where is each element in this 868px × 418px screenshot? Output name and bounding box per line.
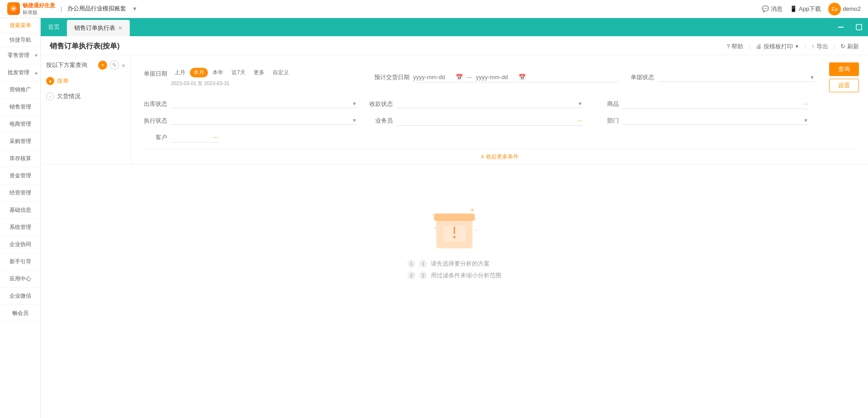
refresh-button[interactable]: ↻ 刷新 [840,43,859,51]
expected-date-start-input[interactable] [413,74,454,81]
date-start-calendar-icon[interactable]: 📅 [456,74,463,81]
sidebar-item-appstore[interactable]: 应用中心 [0,271,40,288]
sidebar-item-sales-label: 销售管理 [3,103,38,111]
sidebar-item-marketing-label: 营销推广 [3,86,38,94]
svg-rect-2 [856,24,862,30]
date-end-calendar-icon[interactable]: 📅 [519,74,526,81]
scheme-icon-按单: ● [46,77,54,85]
collapse-filter-button[interactable]: ∧ 收起更多条件 [140,149,859,164]
action-buttons: 查询 设置 [829,62,859,92]
print-button[interactable]: 🖨 按模板打印 ▼ [756,43,799,51]
expected-date-group: 预计交货日期 📅 — 📅 [374,72,618,82]
date-tab-current-year[interactable]: 本年 [209,68,227,77]
payment-status-select[interactable]: ▼ [396,100,582,108]
sidebar-search[interactable]: 搜索菜单 [0,18,40,33]
customer-label: 客户 [140,133,167,142]
sidebar-item-newbie[interactable]: 新手引导 [0,253,40,271]
sidebar-item-sales[interactable]: 销售管理 [0,99,40,116]
date-tab-current-month[interactable]: 本月 [190,68,208,77]
filter-row-1: 单据日期 上月 本月 本年 近7天 更多 自定义 [140,62,859,92]
filter-layout: 按以下方案查询 + ✎ « ● 按单 ○ [41,55,868,165]
logo-text: 畅捷通好生意 标准版 [23,2,55,16]
goods-input[interactable]: ··· [623,99,808,109]
sidebar-item-retail[interactable]: 零售管理 ▼ [0,47,40,64]
expected-date-label: 预计交货日期 [374,73,410,81]
scheme-label-欠货情况: 欠货情况 [57,92,80,100]
tab-close-icon[interactable]: ✕ [118,25,123,31]
message-button[interactable]: 💬 消息 [762,5,783,13]
empty-text: 1 请先选择要分析的方案 2 用过滤条件来缩小分析范围 [407,258,501,281]
logo-line2: 标准版 [23,9,55,15]
tab-maximize-button[interactable] [850,18,868,36]
sidebar-item-ecommerce[interactable]: 电商管理 [0,116,40,133]
page-inner: 销售订单执行表(按单) ? 帮助 | 🖨 按模板打印 ▼ | [41,36,868,418]
sidebar-item-system[interactable]: 系统管理 [0,219,40,236]
breadcrumb-arrow-icon[interactable]: ▼ [132,5,137,12]
sidebar-item-purchase[interactable]: 采购管理 [0,133,40,150]
salesman-more-icon[interactable]: ··· [577,117,583,124]
salesman-input[interactable]: ··· [396,115,582,126]
sidebar-item-system-label: 系统管理 [3,223,38,231]
print-label: 按模板打印 [764,43,793,51]
sidebar-item-wechat[interactable]: 企业微信 [0,288,40,305]
help-button[interactable]: ? 帮助 [726,43,743,51]
sidebar-quick-nav[interactable]: 快捷导航 [0,33,40,47]
help-icon: ? [726,43,730,50]
sidebar-item-basic-label: 基础信息 [3,206,38,214]
sidebar-item-inventory[interactable]: 库存核算 [0,150,40,167]
filter-panel: 单据日期 上月 本月 本年 近7天 更多 自定义 [131,55,868,164]
status-dropdown-icon: ▼ [810,75,815,80]
exec-status-group: 执行状态 ▼ [140,116,357,125]
date-tabs: 上月 本月 本年 近7天 更多 自定义 [171,68,365,77]
expected-date-end-input[interactable] [476,74,517,81]
status-select[interactable]: ▼ [658,73,815,82]
date-tab-last-month[interactable]: 上月 [171,68,189,77]
delivery-status-group: 出库状态 ▼ [140,100,357,108]
delivery-status-select[interactable]: ▼ [171,100,357,108]
sidebar-item-vip[interactable]: 畅会员 [0,305,40,322]
main-layout: 搜索菜单 快捷导航 零售管理 ▼ 批发管理 ▲ 营销推广 销售管理 电商管理 采… [0,18,868,418]
user-name: demo2 [843,5,861,12]
scheme-item-欠货情况[interactable]: ○ 欠货情况 [41,89,131,104]
sidebar-item-enterprise[interactable]: 企业协同 [0,236,40,253]
add-scheme-button[interactable]: + [98,61,107,70]
collapse-panel-button[interactable]: « [122,62,125,69]
tab-sales-exec[interactable]: 销售订单执行表 ✕ [67,20,130,36]
goods-more-icon[interactable]: ··· [803,100,808,107]
filter-row-3: 执行状态 ▼ 业务员 ··· [140,115,859,126]
customer-input[interactable]: ··· [171,132,218,142]
customer-more-icon[interactable]: ··· [213,133,218,141]
sidebar-item-wholesale[interactable]: 批发管理 ▲ [0,64,40,81]
page-content: 销售订单执行表(按单) ? 帮助 | 🖨 按模板打印 ▼ | [41,36,868,418]
sidebar-item-operations[interactable]: 经营管理 [0,185,40,202]
user-menu[interactable]: Ea demo2 [828,3,861,15]
tab-home[interactable]: 首页 [41,18,67,36]
dept-select[interactable]: ▼ [623,116,808,125]
page-actions: ? 帮助 | 🖨 按模板打印 ▼ | ↑ 导出 [726,43,859,51]
refresh-label: 刷新 [847,43,859,51]
settings-button[interactable]: 设置 [829,79,859,92]
app-download-button[interactable]: 📱 App下载 [790,5,821,13]
export-icon: ↑ [811,43,815,50]
status-filter-group: 单据状态 ▼ [627,73,815,82]
status-label: 单据状态 [627,73,654,81]
date-dash: — [467,74,472,81]
scheme-item-按单[interactable]: ● 按单 [41,73,131,89]
goods-filter-group: 商品 ··· [592,99,808,109]
svg-rect-1 [838,27,844,28]
sidebar-item-marketing[interactable]: 营销推广 [0,81,40,99]
sidebar-item-finance[interactable]: 资金管理 [0,167,40,185]
edit-scheme-button[interactable]: ✎ [110,61,119,70]
sidebar-item-wechat-label: 企业微信 [3,292,38,300]
date-tab-last7[interactable]: 近7天 [228,68,249,77]
tab-minimize-button[interactable] [832,18,850,36]
tip1-num: 1 [419,260,427,268]
query-button[interactable]: 查询 [829,62,859,76]
sidebar-item-retail-label: 零售管理 [3,52,34,59]
date-tab-custom[interactable]: 自定义 [269,68,292,77]
date-tab-more[interactable]: 更多 [250,68,268,77]
sidebar-item-basic[interactable]: 基础信息 [0,202,40,219]
exec-status-select[interactable]: ▼ [171,116,357,125]
page-header: 销售订单执行表(按单) ? 帮助 | 🖨 按模板打印 ▼ | [41,36,868,55]
export-button[interactable]: ↑ 导出 [811,43,828,51]
